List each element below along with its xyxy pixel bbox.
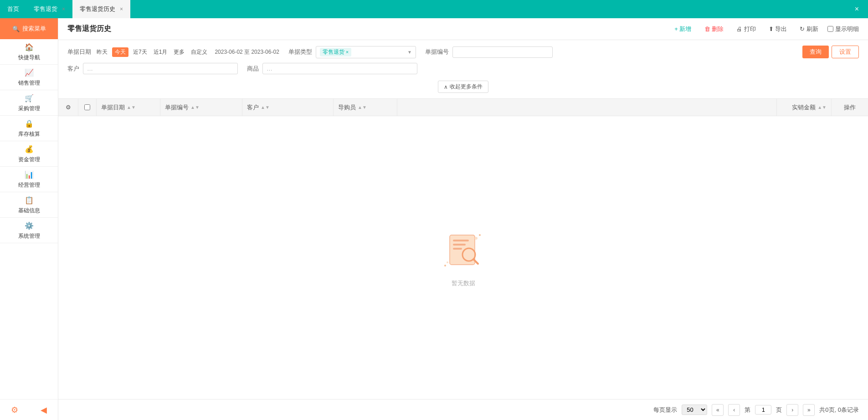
page-prev-btn[interactable]: ‹ (728, 404, 740, 416)
customer-input[interactable]: … (83, 63, 238, 74)
tab-home-label: 首页 (7, 5, 19, 13)
bill-type-label: 单据类型 (288, 48, 312, 56)
content-area: 零售退货历史 + 新增 🗑 删除 🖨 打印 ⬆ 导出 ↻ 刷新 显示明细 单据日… (58, 18, 868, 420)
th-settings[interactable]: ⚙ (58, 99, 78, 116)
query-button[interactable]: 查询 (802, 46, 829, 58)
customer-sort-icon: ▲▼ (261, 105, 270, 110)
search-menu-btn[interactable]: 🔍 搜索菜单 (0, 18, 58, 39)
th-customer-label: 客户 (247, 103, 259, 112)
purchase-mgmt-label: 采购管理 (18, 105, 40, 113)
close-window-btn[interactable]: × (855, 5, 859, 13)
page-next-btn[interactable]: › (786, 404, 798, 416)
date-shortcut-more[interactable]: 更多 (172, 47, 186, 57)
customer-label: 客户 (67, 65, 79, 73)
show-detail-checkbox-label[interactable]: 显示明细 (827, 25, 859, 33)
filter-row-2: 客户 … 商品 … (67, 63, 859, 74)
sidebar-collapse-btn[interactable]: ◀ (41, 405, 47, 415)
date-shortcut-7days[interactable]: 近7天 (131, 47, 149, 57)
tab-retail-return-history[interactable]: 零售退货历史 × (72, 0, 130, 18)
sidebar-bottom: ⚙ ◀ (0, 399, 58, 420)
tab-retail-return[interactable]: 零售退货 × (26, 0, 72, 18)
th-customer[interactable]: 客户 ▲▼ (242, 99, 334, 116)
amount-sort-icon: ▲▼ (817, 105, 827, 110)
bill-type-tag-close[interactable]: × (346, 49, 349, 55)
th-amount[interactable]: 实销金额 ▲▼ (777, 99, 832, 116)
date-range-display: 2023-06-02 至 2023-06-02 (215, 48, 279, 56)
goods-filter-group: 商品 … (247, 63, 417, 74)
delete-button[interactable]: 🗑 删除 (701, 23, 728, 35)
th-amount-label: 实销金额 (792, 103, 816, 112)
date-shortcut-custom[interactable]: 自定义 (189, 47, 209, 57)
main-layout: 🔍 搜索菜单 🏠 快捷导航 📈 销售管理 🛒 采购管理 🔒 库存核算 💰 资金管… (0, 18, 868, 420)
sidebar-item-inventory[interactable]: 🔒 库存核算 (0, 116, 58, 141)
svg-rect-3 (453, 248, 462, 250)
date-shortcut-1month[interactable]: 近1月 (152, 47, 169, 57)
pagination: 每页显示 50 20 100 « ‹ 第 页 › » 共0页, 0条记录 (58, 399, 868, 420)
svg-point-9 (444, 265, 446, 266)
page-first-btn[interactable]: « (712, 404, 724, 416)
collapse-icon: ∧ (444, 84, 448, 90)
print-button[interactable]: 🖨 打印 (733, 23, 760, 35)
page-text-label: 第 (745, 406, 750, 414)
bill-no-input[interactable] (452, 46, 553, 58)
toolbar: + 新增 🗑 删除 🖨 打印 ⬆ 导出 ↻ 刷新 显示明细 (671, 23, 859, 35)
sidebar-item-basic-info[interactable]: 📋 基础信息 (0, 192, 58, 218)
date-sort-icon: ▲▼ (127, 105, 136, 110)
date-shortcuts: 昨天 今天 近7天 近1月 更多 自定义 (95, 47, 209, 57)
svg-rect-2 (453, 244, 466, 246)
top-bar: 首页 零售退货 × 零售退货历史 × × (0, 0, 868, 18)
page-size-select[interactable]: 50 20 100 (682, 405, 707, 415)
system-mgmt-icon: ⚙️ (24, 220, 34, 230)
tab-home[interactable]: 首页 (0, 0, 26, 18)
date-shortcut-today[interactable]: 今天 (112, 47, 128, 57)
tab-retail-return-close[interactable]: × (62, 6, 65, 12)
th-date[interactable]: 单据日期 ▲▼ (97, 99, 160, 116)
select-all-checkbox[interactable] (84, 104, 90, 110)
show-detail-checkbox[interactable] (827, 26, 833, 32)
th-checkbox[interactable] (78, 99, 97, 116)
top-bar-right: × (855, 5, 868, 13)
sidebar-item-finance[interactable]: 💰 资金管理 (0, 141, 58, 167)
basic-info-label: 基础信息 (18, 207, 40, 215)
page-number-input[interactable] (755, 405, 771, 415)
goods-input[interactable]: … (262, 63, 417, 74)
page-title: 零售退货历史 (67, 24, 671, 34)
page-last-btn[interactable]: » (803, 404, 815, 416)
svg-rect-1 (453, 240, 469, 241)
empty-text: 暂无数据 (452, 279, 475, 287)
bill-type-chevron: ▼ (407, 50, 412, 55)
sidebar-item-system-mgmt[interactable]: ⚙️ 系统管理 (0, 218, 58, 243)
sidebar-item-sales-mgmt[interactable]: 📈 销售管理 (0, 65, 58, 90)
th-spacer (397, 99, 777, 116)
date-filter-label: 单据日期 (67, 48, 91, 56)
tab-retail-return-history-close[interactable]: × (120, 6, 123, 12)
customer-filter-group: 客户 … (67, 63, 238, 74)
date-shortcut-yesterday[interactable]: 昨天 (95, 47, 109, 57)
th-guide[interactable]: 导购员 ▲▼ (334, 99, 397, 116)
sales-mgmt-icon: 📈 (24, 67, 34, 77)
purchase-mgmt-icon: 🛒 (24, 93, 34, 103)
tab-retail-return-history-label: 零售退货历史 (80, 5, 115, 13)
th-action: 操作 (832, 99, 868, 116)
sidebar-item-operations[interactable]: 📊 经营管理 (0, 167, 58, 192)
svg-point-8 (447, 261, 448, 263)
date-filter-group: 单据日期 昨天 今天 近7天 近1月 更多 自定义 2023-06-02 至 2… (67, 47, 279, 57)
refresh-button[interactable]: ↻ 刷新 (796, 23, 822, 35)
new-button[interactable]: + 新增 (671, 23, 695, 35)
sidebar-settings-btn[interactable]: ⚙ (11, 405, 18, 415)
billno-sort-icon: ▲▼ (190, 105, 200, 110)
collapse-label: 收起更多条件 (450, 83, 483, 91)
customer-ellipsis: … (87, 65, 93, 72)
sidebar-item-quick-nav[interactable]: 🏠 快捷导航 (0, 39, 58, 65)
pagination-total-label: 共0页, 0条记录 (819, 406, 859, 414)
th-billno[interactable]: 单据编号 ▲▼ (160, 99, 242, 116)
export-button[interactable]: ⬆ 导出 (765, 23, 791, 35)
goods-ellipsis: … (267, 65, 272, 72)
collapse-button[interactable]: ∧ 收起更多条件 (438, 81, 488, 93)
bill-type-select[interactable]: 零售退货 × ▼ (316, 46, 416, 58)
basic-info-icon: 📋 (24, 195, 34, 205)
bill-type-filter-group: 单据类型 零售退货 × ▼ (288, 46, 416, 58)
settings-button[interactable]: 设置 (832, 46, 859, 58)
sidebar-item-purchase-mgmt[interactable]: 🛒 采购管理 (0, 90, 58, 116)
th-action-label: 操作 (844, 103, 856, 112)
